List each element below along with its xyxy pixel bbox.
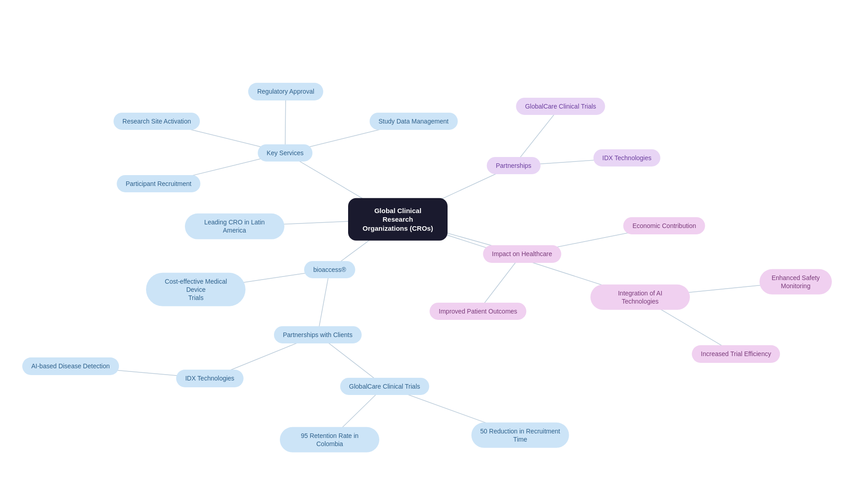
node-economic_contribution: Economic Contribution — [623, 217, 705, 234]
node-leading_cro: Leading CRO in Latin America — [185, 214, 284, 239]
node-enhanced_safety: Enhanced Safety Monitoring — [760, 269, 832, 295]
node-partnerships_clients: Partnerships with Clients — [274, 326, 362, 343]
node-increased_trial_efficiency: Increased Trial Efficiency — [692, 345, 780, 362]
node-globalcare_right: GlobalCare Clinical Trials — [516, 98, 605, 115]
node-idx_technologies_left: IDX Technologies — [176, 370, 244, 387]
node-center: Global Clinical Research Organizations (… — [348, 198, 448, 241]
node-impact_healthcare: Impact on Healthcare — [483, 245, 561, 262]
node-research_site_activation: Research Site Activation — [113, 113, 200, 130]
node-improved_patient_outcomes: Improved Patient Outcomes — [430, 303, 527, 320]
node-key_services: Key Services — [258, 144, 313, 162]
node-cost_effective: Cost-effective Medical Device Trials — [146, 273, 245, 307]
node-reduction_recruitment: 50 Reduction in Recruitment Time — [471, 423, 569, 448]
node-retention_rate: 95 Retention Rate in Colombia — [280, 427, 379, 452]
node-study_data_management: Study Data Management — [369, 113, 458, 130]
nodes-container: Global Clinical Research Organizations (… — [0, 0, 868, 490]
node-bioaccess: bioaccess® — [304, 261, 355, 278]
node-ai_integration: Integration of AI Technologies — [590, 285, 690, 310]
node-partnerships: Partnerships — [487, 157, 541, 174]
node-participant_recruitment: Participant Recruitment — [117, 175, 201, 192]
node-globalcare_left: GlobalCare Clinical Trials — [340, 377, 429, 395]
node-idx_right: IDX Technologies — [593, 149, 660, 167]
node-regulatory_approval: Regulatory Approval — [248, 83, 323, 100]
node-ai_disease_detection: AI-based Disease Detection — [22, 357, 119, 375]
